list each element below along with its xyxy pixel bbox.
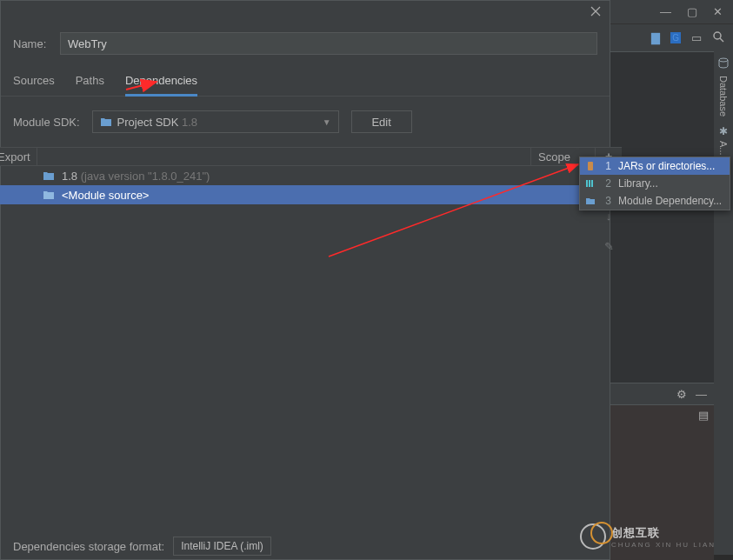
translate-icon[interactable]: G: [670, 32, 681, 43]
popup-item-jars[interactable]: 1 JARs or directories...: [580, 157, 730, 175]
ant-icon: ✱: [719, 125, 728, 137]
svg-point-2: [719, 58, 728, 62]
tab-dependencies[interactable]: Dependencies: [125, 70, 197, 97]
tool-panel-header: ⚙ —: [610, 383, 714, 405]
dependency-label: 1.8 (java version "1.8.0_241"): [62, 170, 210, 183]
module-sdk-combo[interactable]: Project SDK 1.8 ▼: [92, 110, 339, 133]
edit-button[interactable]: Edit: [351, 110, 412, 133]
storage-format-row: Dependencies storage format: IntelliJ ID…: [13, 537, 271, 556]
sdk-icon: [43, 170, 55, 181]
dependencies-list: 1.8 (java version "1.8.0_241") <Module s…: [0, 166, 622, 514]
dependencies-header: Export Scope +: [0, 147, 622, 166]
column-export[interactable]: Export: [0, 148, 37, 165]
terminal-icon[interactable]: ▭: [691, 31, 702, 44]
close-button[interactable]: ✕: [713, 5, 723, 18]
dialog-titlebar: [1, 1, 610, 23]
gear-icon[interactable]: ⚙: [676, 388, 687, 401]
svg-point-0: [714, 32, 721, 39]
svg-rect-5: [588, 162, 593, 170]
project-structure-dialog: Name: Sources Paths Dependencies Module …: [0, 0, 610, 560]
jar-icon: [585, 161, 597, 171]
gutter-label: Database: [718, 76, 729, 117]
popup-item-module[interactable]: 3 Module Dependency...: [580, 192, 730, 210]
chevron-down-icon: ▼: [323, 117, 331, 127]
right-gutter: Database ✱ A...: [714, 50, 733, 555]
popup-label: Library...: [618, 177, 658, 190]
logo-main: 创想互联: [611, 525, 716, 541]
edit-icon[interactable]: ✎: [604, 240, 614, 253]
database-icon: [717, 57, 730, 72]
tab-sources[interactable]: Sources: [13, 70, 55, 96]
name-input[interactable]: [60, 32, 597, 55]
popup-num: 3: [604, 195, 611, 207]
folder-icon[interactable]: ▇: [651, 31, 660, 44]
tab-bar: Sources Paths Dependencies: [1, 70, 610, 97]
panel-icon[interactable]: ▤: [698, 409, 709, 422]
close-icon[interactable]: [590, 6, 603, 18]
svg-line-1: [720, 38, 723, 42]
minimize-panel-icon[interactable]: —: [696, 388, 707, 401]
svg-rect-6: [586, 180, 588, 187]
popup-num: 2: [604, 177, 611, 190]
popup-label: JARs or directories...: [618, 160, 715, 172]
library-icon: [585, 178, 597, 189]
search-icon[interactable]: [712, 30, 724, 45]
gutter-item-database[interactable]: Database: [717, 57, 730, 117]
sdk-value: Project SDK 1.8: [117, 116, 317, 129]
arrow-down-icon[interactable]: ↓: [606, 210, 612, 223]
tab-paths[interactable]: Paths: [76, 70, 104, 96]
storage-format-label: Dependencies storage format:: [13, 540, 164, 553]
folder-icon: [100, 117, 112, 127]
module-icon: [585, 196, 597, 206]
window-titlebar: — ▢ ✕: [610, 0, 733, 24]
popup-num: 1: [604, 160, 611, 172]
gutter-item-ant[interactable]: ✱ A...: [718, 125, 729, 156]
svg-rect-7: [589, 180, 590, 187]
dependency-row[interactable]: 1.8 (java version "1.8.0_241"): [0, 166, 622, 185]
gutter-label: A...: [718, 141, 729, 156]
minimize-button[interactable]: —: [660, 5, 671, 18]
dependency-row[interactable]: <Module source>: [0, 185, 622, 204]
module-sdk-label: Module SDK:: [13, 116, 80, 129]
svg-rect-8: [591, 180, 593, 187]
logo-sub: CHUANG XIN HU LIAN: [611, 541, 716, 549]
add-dependency-popup: 1 JARs or directories... 2 Library... 3 …: [579, 157, 730, 210]
ide-background: — ▢ ✕ ▇ G ▭ ⚙ — ▤ Database ✱ A...: [610, 0, 733, 560]
logo-icon: [580, 523, 606, 550]
watermark-logo: 创想互联 CHUANG XIN HU LIAN: [580, 523, 716, 550]
folder-icon: [43, 190, 55, 200]
dependency-label: <Module source>: [62, 189, 149, 202]
ide-toolbar: ▇ G ▭: [610, 24, 733, 52]
popup-item-library[interactable]: 2 Library...: [580, 175, 730, 192]
name-label: Name:: [13, 37, 48, 50]
storage-format-combo[interactable]: IntelliJ IDEA (.iml): [173, 537, 271, 556]
maximize-button[interactable]: ▢: [687, 5, 697, 18]
popup-label: Module Dependency...: [618, 195, 722, 207]
